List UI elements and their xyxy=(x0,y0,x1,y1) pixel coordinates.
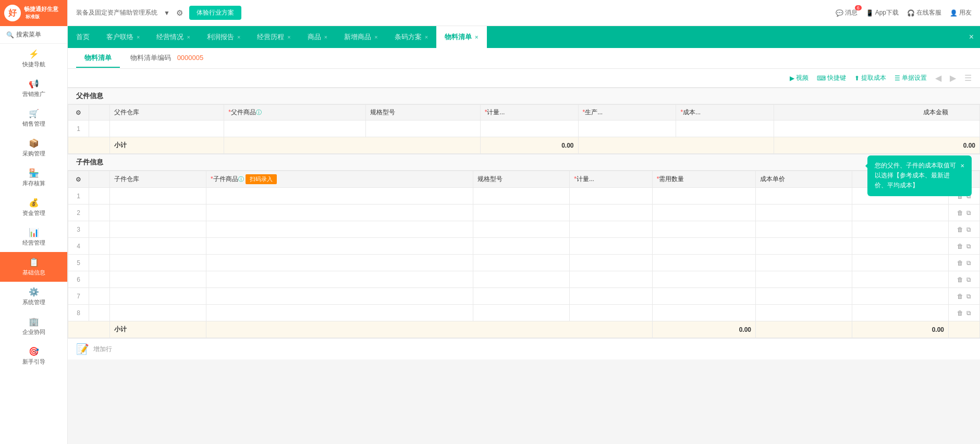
child-row-2-product[interactable] xyxy=(206,205,473,221)
view-btn[interactable]: ▶ 视频 xyxy=(790,74,808,82)
child-row-5-qty[interactable] xyxy=(652,255,755,271)
tab-profit[interactable]: 利润报告 × xyxy=(199,26,249,48)
sidebar-item-enterprise[interactable]: 🏢 企业协同 xyxy=(0,311,67,341)
child-row-6-qty[interactable] xyxy=(652,271,755,288)
scan-input-btn[interactable]: 扫码录入 xyxy=(246,174,277,184)
child-row-1-unit[interactable] xyxy=(570,188,652,205)
child-row-7-warehouse[interactable] xyxy=(110,288,206,305)
child-row-5-unit[interactable] xyxy=(570,255,652,271)
child-row-2-qty[interactable] xyxy=(652,205,755,221)
child-row-4-qty[interactable] xyxy=(652,238,755,255)
sidebar-item-guide[interactable]: 🎯 新手引导 xyxy=(0,341,67,371)
child-row-1-spec[interactable] xyxy=(473,188,570,205)
child-row-4-unit-cost[interactable] xyxy=(756,238,852,255)
child-row-3-qty[interactable] xyxy=(652,221,755,238)
child-row-5-product[interactable] xyxy=(206,255,473,271)
sidebar-item-marketing[interactable]: 📢 营销推广 xyxy=(0,74,67,103)
copy-icon-7[interactable]: ⧉ xyxy=(966,293,971,300)
copy-icon-4[interactable]: ⧉ xyxy=(966,243,971,250)
sidebar-item-finance[interactable]: 💰 资金管理 xyxy=(0,193,67,222)
app-download-item[interactable]: 📱 App下载 xyxy=(866,8,899,17)
child-th-settings[interactable]: ⚙ xyxy=(68,171,89,188)
toolbar-nav-right[interactable]: ▶ xyxy=(950,73,956,83)
parent-row-1-product[interactable] xyxy=(224,121,366,137)
child-row-2-spec[interactable] xyxy=(473,205,570,221)
child-row-7-unit-cost[interactable] xyxy=(756,288,852,305)
tab-profit-close[interactable]: × xyxy=(237,34,240,40)
delete-icon-4[interactable]: 🗑 xyxy=(957,243,963,250)
child-row-4-product[interactable] xyxy=(206,238,473,255)
tab-new-product-close[interactable]: × xyxy=(374,34,377,40)
delete-icon-3[interactable]: 🗑 xyxy=(957,226,963,233)
toolbar-nav-left[interactable]: ◀ xyxy=(935,73,941,83)
sub-tab-bom-list[interactable]: 物料清单 xyxy=(76,49,120,68)
delete-icon-8[interactable]: 🗑 xyxy=(957,309,963,317)
tooltip-close-btn[interactable]: × xyxy=(960,161,964,172)
tab-customers[interactable]: 客户联络 × xyxy=(98,26,148,48)
child-row-1-qty[interactable] xyxy=(652,188,755,205)
copy-icon-5[interactable]: ⧉ xyxy=(966,259,971,267)
parent-row-1-cost[interactable] xyxy=(676,121,774,137)
child-row-6-product[interactable] xyxy=(206,271,473,288)
sidebar-item-sales[interactable]: 🛒 销售管理 xyxy=(0,103,67,133)
sidebar-item-search[interactable]: 🔍 搜索菜单 xyxy=(0,26,67,44)
child-row-8-unit[interactable] xyxy=(570,305,652,321)
child-row-5-warehouse[interactable] xyxy=(110,255,206,271)
shortcut-btn[interactable]: ⌨ 快捷键 xyxy=(817,74,846,82)
tab-history-close[interactable]: × xyxy=(287,34,290,40)
child-row-6-warehouse[interactable] xyxy=(110,271,206,288)
child-row-4-spec[interactable] xyxy=(473,238,570,255)
parent-row-1-spec[interactable] xyxy=(366,121,480,137)
message-icon-item[interactable]: 💬 消息 6 xyxy=(836,8,858,17)
service-item[interactable]: 🎧 在线客服 xyxy=(907,8,941,17)
toolbar-nav-menu[interactable]: ☰ xyxy=(964,73,972,83)
child-row-4-warehouse[interactable] xyxy=(110,238,206,255)
tab-home[interactable]: 首页 xyxy=(68,26,98,48)
child-row-3-unit[interactable] xyxy=(570,221,652,238)
trial-btn[interactable]: 体验行业方案 xyxy=(189,6,241,20)
single-settings-btn[interactable]: ☰ 单据设置 xyxy=(895,74,927,82)
child-row-3-warehouse[interactable] xyxy=(110,221,206,238)
child-row-7-qty[interactable] xyxy=(652,288,755,305)
child-row-3-product[interactable] xyxy=(206,221,473,238)
child-row-3-spec[interactable] xyxy=(473,221,570,238)
child-row-5-unit-cost[interactable] xyxy=(756,255,852,271)
child-row-8-qty[interactable] xyxy=(652,305,755,321)
child-row-4-unit[interactable] xyxy=(570,238,652,255)
child-row-2-unit-cost[interactable] xyxy=(756,205,852,221)
child-row-1-product[interactable] xyxy=(206,188,473,205)
add-row-label[interactable]: 增加行 xyxy=(93,345,112,354)
sidebar-item-system[interactable]: ⚙️ 系统管理 xyxy=(0,282,67,311)
sidebar-item-purchase[interactable]: 📦 采购管理 xyxy=(0,133,67,163)
parent-row-1-warehouse[interactable] xyxy=(110,121,224,137)
parent-row-1-production[interactable] xyxy=(578,121,676,137)
tab-bom-close[interactable]: × xyxy=(475,34,478,40)
delete-icon-7[interactable]: 🗑 xyxy=(957,293,963,300)
add-row-icon[interactable]: 📝 xyxy=(76,343,89,355)
child-row-2-unit[interactable] xyxy=(570,205,652,221)
copy-icon-6[interactable]: ⧉ xyxy=(966,276,971,283)
gear-icon[interactable]: ⚙ xyxy=(176,8,183,18)
child-row-8-warehouse[interactable] xyxy=(110,305,206,321)
tab-new-product[interactable]: 新增商品 × xyxy=(336,26,386,48)
tab-customers-close[interactable]: × xyxy=(137,34,140,40)
tab-barcode[interactable]: 条码方案 × xyxy=(386,26,436,48)
parent-th-settings[interactable]: ⚙ xyxy=(68,105,89,121)
child-row-7-unit[interactable] xyxy=(570,288,652,305)
sidebar-item-basic-info[interactable]: 📋 基础信息 xyxy=(0,252,67,282)
child-row-2-warehouse[interactable] xyxy=(110,205,206,221)
tab-operations[interactable]: 经营情况 × xyxy=(148,26,198,48)
child-row-1-unit-cost[interactable] xyxy=(756,188,852,205)
child-row-7-spec[interactable] xyxy=(473,288,570,305)
copy-icon-2[interactable]: ⧉ xyxy=(966,209,971,217)
parent-row-1-unit[interactable] xyxy=(480,121,578,137)
user-menu[interactable]: 👤 用友 xyxy=(950,8,972,17)
close-all-tabs[interactable]: × xyxy=(963,32,980,42)
sidebar-item-inventory[interactable]: 🏪 库存核算 xyxy=(0,163,67,193)
child-row-5-spec[interactable] xyxy=(473,255,570,271)
tab-history[interactable]: 经营历程 × xyxy=(249,26,299,48)
child-row-6-unit-cost[interactable] xyxy=(756,271,852,288)
extract-cost-btn[interactable]: ⬆ 提取成本 xyxy=(854,74,886,82)
child-row-1-warehouse[interactable] xyxy=(110,188,206,205)
tab-products-close[interactable]: × xyxy=(324,34,327,40)
